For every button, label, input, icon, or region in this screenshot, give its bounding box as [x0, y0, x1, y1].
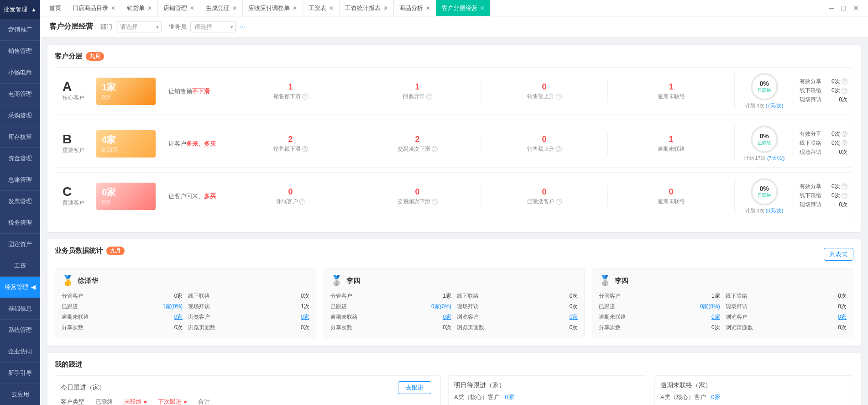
main-area: 首页 门店商品目录 ✕ 销货单 ✕ 店铺管理 ✕ 生成凭证 ✕ 应收应付调整单 …	[40, 0, 868, 405]
tier-b-stats: 2 销售额下滑 ? 2 交易频次下滑 ? 0 销售额上升 ? 1 逾期未联络	[227, 133, 734, 155]
sidebar-item-ecommerce[interactable]: 电商管理	[0, 84, 40, 105]
tomorrow-label: 明日待跟进（家）	[454, 381, 641, 389]
biz-card-0-grid: 分管客户0家 线下联络0次 已跟进1家(0%) 现场拜访1次 逾期未联络0家 浏…	[62, 292, 309, 331]
tier-c-stat-0[interactable]: 0 休眠客户 ?	[227, 185, 354, 207]
tab-product-analysis[interactable]: 商品分析 ✕	[394, 0, 436, 16]
biz-card-2: 🥈 李四 分管客户1家 线下联络0次 已跟进0家(0%) 现场拜访0次 逾期未联…	[592, 268, 853, 338]
tab-sales-order[interactable]: 销货单 ✕	[121, 0, 158, 16]
biz-card-2-grid: 分管客户1家 线下联络0次 已跟进0家(0%) 现场拜访0次 逾期未联络0家 浏…	[599, 292, 847, 331]
sidebar-item-collab[interactable]: 企业协同	[0, 341, 40, 363]
tab-payroll-report[interactable]: 工资统计报表 ✕	[340, 0, 394, 16]
tier-c-stat-3[interactable]: 0 逾期未联络	[607, 185, 734, 207]
sidebar-item-cloud[interactable]: 云应用	[0, 384, 40, 405]
tier-a-stat-3[interactable]: 1 逾期未联络	[607, 80, 734, 102]
customer-tier-title: 客户分层 九月	[55, 52, 853, 61]
info-icon[interactable]: ?	[842, 140, 847, 146]
dept-select-wrapper: 请选择	[116, 21, 162, 32]
info-icon[interactable]: ?	[302, 146, 308, 152]
tier-c-count[interactable]: 0家 0万	[96, 183, 156, 210]
tier-row-a: A 核心客户 1家 0万 让销售额不下滑 1 销售额下滑 ? 1 回购异常 ?	[55, 67, 853, 115]
tier-a-stat-1[interactable]: 1 回购异常 ?	[354, 80, 481, 102]
tab-customer-tier[interactable]: 客户分层经营 ✕	[436, 0, 491, 16]
tier-row-c: C 普通客户 0家 0万 让客户回来、多买 0 休眠客户 ? 0 交易频次下滑 …	[55, 172, 853, 220]
staff-select[interactable]: 请选择	[190, 21, 236, 32]
info-icon[interactable]: ?	[556, 199, 562, 205]
info-icon[interactable]: ?	[842, 193, 847, 199]
overdue-followup: 逾期未联络（家） A类（核心）客户 0家	[654, 375, 853, 405]
tab-ar-ap[interactable]: 应收应付调整单 ✕	[243, 0, 303, 16]
tab-close-store-products[interactable]: ✕	[111, 5, 115, 11]
content-area: 客户分层 九月 A 核心客户 1家 0万 让销售额不下滑 1 销售额下滑 ?	[40, 37, 868, 405]
sidebar-item-marketing[interactable]: 营销推广	[0, 19, 40, 41]
info-icon[interactable]: ?	[842, 131, 847, 137]
biz-stats-section: 业务员数据统计 九月 列表式 🥇 徐泽华 分管客户0家 线下联络0次 已跟进1家…	[47, 239, 861, 346]
tier-a-share: 有效分享 0次 ?	[800, 78, 847, 85]
info-icon[interactable]: ?	[299, 199, 305, 205]
sidebar-collapse-icon[interactable]: ▲	[31, 6, 37, 13]
info-icon[interactable]: ?	[432, 146, 438, 152]
sidebar-item-assets[interactable]: 固定资产	[0, 234, 40, 255]
info-icon[interactable]: ?	[426, 94, 432, 100]
tier-b-stat-0[interactable]: 2 销售额下滑 ?	[227, 133, 354, 155]
tab-maximize-icon[interactable]: □	[839, 4, 847, 12]
dept-select[interactable]: 请选择	[116, 21, 162, 32]
tab-voucher[interactable]: 生成凭证 ✕	[200, 0, 243, 16]
goto-followup-button[interactable]: 去跟进	[398, 381, 431, 394]
tier-c-stat-2[interactable]: 0 已激活客户 ?	[481, 185, 607, 207]
tab-minimize-icon[interactable]: ─	[827, 4, 836, 12]
tab-home[interactable]: 首页	[44, 0, 67, 16]
info-icon[interactable]: ?	[556, 146, 562, 152]
tab-close-payroll-report[interactable]: ✕	[383, 5, 388, 11]
sidebar-item-guide[interactable]: 新手引导	[0, 363, 40, 384]
sidebar-item-management[interactable]: 经营管理 ◀	[0, 277, 40, 298]
staff-label: 业务员	[169, 23, 187, 31]
tier-b-label: B 重要客户	[55, 133, 96, 154]
tab-payroll[interactable]: 工资表 ✕	[303, 0, 340, 16]
sidebar-header[interactable]: 批发管理 ▲	[0, 0, 40, 19]
sidebar-item-system[interactable]: 系统管理	[0, 320, 40, 341]
tier-a-slogan: 让销售额不下滑	[163, 87, 227, 95]
info-icon[interactable]: ?	[432, 199, 438, 205]
tab-close-voucher[interactable]: ✕	[232, 5, 237, 11]
tier-a-stat-2[interactable]: 0 销售额上升 ?	[481, 80, 607, 102]
sidebar-item-purchase[interactable]: 采购管理	[0, 105, 40, 126]
tier-b-stat-3[interactable]: 1 逾期未联络	[607, 133, 734, 155]
info-icon[interactable]: ?	[842, 79, 847, 84]
sidebar-item-ledger[interactable]: 总账管理	[0, 169, 40, 191]
sidebar-item-finance[interactable]: 资金管理	[0, 148, 40, 169]
sidebar-item-inventory[interactable]: 库存核算	[0, 126, 40, 148]
tier-c-slogan: 让客户回来、多买	[163, 192, 227, 200]
info-icon[interactable]: ?	[842, 184, 847, 189]
info-icon[interactable]: ?	[842, 88, 847, 94]
tier-c-stat-1[interactable]: 0 交易频次下滑 ?	[354, 185, 481, 207]
tier-b-stat-1[interactable]: 2 交易频次下滑 ?	[354, 133, 481, 155]
info-icon[interactable]: ?	[302, 94, 308, 100]
tab-close-all-icon[interactable]: ✕	[851, 4, 861, 12]
sidebar-item-basic[interactable]: 基础信息	[0, 298, 40, 320]
biz-card-0: 🥇 徐泽华 分管客户0家 线下联络0次 已跟进1家(0%) 现场拜访1次 逾期未…	[55, 268, 316, 338]
sidebar-item-salary[interactable]: 工资	[0, 255, 40, 277]
sidebar-item-invoice[interactable]: 发票管理	[0, 191, 40, 212]
tier-b-count[interactable]: 4家 0.53万	[96, 130, 156, 158]
tab-close-ar-ap[interactable]: ✕	[293, 5, 297, 11]
sidebar-item-ecommerce-small[interactable]: 小畅电商	[0, 62, 40, 84]
tab-close-customer-tier[interactable]: ✕	[480, 5, 485, 11]
tier-c-contact-plan: 计划 0次 (0天/次)	[745, 207, 784, 214]
tab-store-mgmt[interactable]: 店铺管理 ✕	[158, 0, 200, 16]
tab-close-product-analysis[interactable]: ✕	[426, 5, 430, 11]
sidebar-item-tax[interactable]: 税务管理	[0, 212, 40, 234]
sidebar-item-sales[interactable]: 销售管理	[0, 41, 40, 62]
tier-b-stat-2[interactable]: 0 销售额上升 ?	[481, 133, 607, 155]
tab-store-products[interactable]: 门店商品目录 ✕	[67, 0, 121, 16]
tier-a-count[interactable]: 1家 0万	[96, 78, 156, 105]
tab-close-sales-order[interactable]: ✕	[147, 5, 152, 11]
more-options-icon[interactable]: ···	[240, 23, 246, 31]
tab-close-payroll[interactable]: ✕	[329, 5, 334, 11]
tier-a-stats: 1 销售额下滑 ? 1 回购异常 ? 0 销售额上升 ? 1 逾期未联络	[227, 80, 734, 102]
info-icon[interactable]: ?	[556, 94, 562, 100]
list-view-button[interactable]: 列表式	[824, 248, 853, 261]
tab-close-store-mgmt[interactable]: ✕	[190, 5, 194, 11]
tier-a-stat-0[interactable]: 1 销售额下滑 ?	[227, 80, 354, 102]
tier-c-contact: 0% 已联络 计划 0次 (0天/次)	[734, 178, 794, 214]
staff-filter: 业务员 请选择 ···	[169, 21, 246, 32]
